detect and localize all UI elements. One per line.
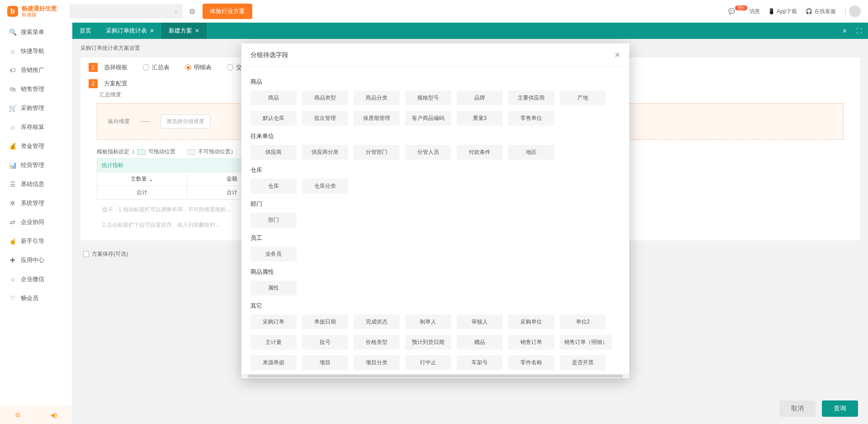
field-chip[interactable]: 项目 [302,355,348,370]
chip-group: 部门 [250,213,620,228]
field-chip[interactable]: 单位2 [560,314,606,329]
field-chip[interactable]: 销售订单 [508,335,554,350]
field-chip[interactable]: 预计到货日期 [405,335,451,350]
close-icon[interactable]: ✕ [614,51,620,59]
group-title: 往来单位 [250,132,620,140]
group-title: 其它 [250,302,620,310]
chip-group: 属性 [250,281,620,295]
field-chip[interactable]: 分管人员 [405,145,451,160]
field-chip[interactable]: 属性 [250,281,297,295]
chip-group: 业务员 [250,247,620,262]
field-chip[interactable]: 项目分类 [354,355,400,370]
group-title: 仓库 [250,166,620,174]
field-chip[interactable]: 仓库分类 [302,179,348,194]
modal-title: 分组待选字段 [250,51,288,59]
field-chip[interactable]: 供应商 [250,145,297,160]
group-title: 员工 [250,234,620,242]
field-chip[interactable]: 赠品 [457,335,503,350]
chip-group: 商品商品类型商品分类规格型号品牌主要供应商产地默认仓库批次管理保质期管理客户商品… [250,91,620,126]
field-chip[interactable]: 商品类型 [302,91,348,105]
field-chip[interactable]: 付款条件 [457,145,503,160]
group-title: 部门 [250,200,620,208]
group-title: 商品 [250,78,620,86]
field-chip[interactable]: 采购订单 [250,314,297,329]
field-chip[interactable]: 销售订单（明细） [560,335,612,350]
field-chip[interactable]: 供应商分类 [302,145,348,160]
field-chip[interactable]: 品牌 [457,91,503,105]
field-chip[interactable]: 批号 [302,335,348,350]
field-chip[interactable]: 主计量 [250,335,297,350]
field-chip[interactable]: 零售单位 [508,111,554,126]
chip-group: 供应商供应商分类分管部门分管人员付款条件地区 [250,145,620,160]
field-chip[interactable]: 产地 [560,91,606,105]
field-chip[interactable]: 保质期管理 [354,111,400,126]
field-chip[interactable]: 零件名称 [508,355,554,370]
field-chip[interactable]: 制单人 [405,314,451,329]
field-chip[interactable]: 重量3 [457,111,503,126]
field-chip[interactable]: 商品 [250,91,297,105]
field-chip[interactable]: 仓库 [250,179,297,194]
field-chip[interactable]: 批次管理 [302,111,348,126]
h-scrollbar[interactable] [241,374,629,378]
group-title: 商品属性 [250,268,620,276]
field-chip[interactable]: 客户商品编码 [405,111,451,126]
field-chip[interactable]: 地区 [508,145,554,160]
field-chip[interactable]: 完成状态 [354,314,400,329]
field-chip[interactable]: 价格类型 [354,335,400,350]
field-chip[interactable]: 行中止 [405,355,451,370]
field-chip[interactable]: 规格型号 [405,91,451,105]
field-chip[interactable]: 单据日期 [302,314,348,329]
chip-group: 仓库仓库分类 [250,179,620,194]
chip-group: 采购订单单据日期完成状态制单人审核人采购单位单位2主计量批号价格类型预计到货日期… [250,314,620,370]
field-chip[interactable]: 来源单据 [250,355,297,370]
field-chip[interactable]: 采购单位 [508,314,554,329]
field-chip[interactable]: 部门 [250,213,297,228]
field-picker-modal: 分组待选字段 ✕ 商品商品商品类型商品分类规格型号品牌主要供应商产地默认仓库批次… [241,43,629,378]
field-chip[interactable]: 分管部门 [354,145,400,160]
field-chip[interactable]: 审核人 [457,314,503,329]
field-chip[interactable]: 是否开票 [560,355,606,370]
modal-body: 商品商品商品类型商品分类规格型号品牌主要供应商产地默认仓库批次管理保质期管理客户… [241,67,629,374]
field-chip[interactable]: 车架号 [457,355,503,370]
field-chip[interactable]: 业务员 [250,247,297,262]
field-chip[interactable]: 默认仓库 [250,111,297,126]
field-chip[interactable]: 商品分类 [354,91,400,105]
field-chip[interactable]: 主要供应商 [508,91,554,105]
